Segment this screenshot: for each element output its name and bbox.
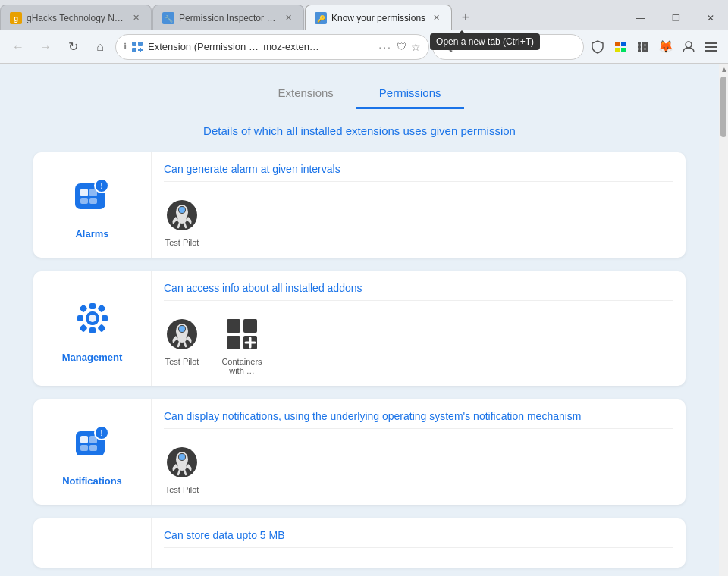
notifications-title: Can display notifications, using the und… (164, 410, 673, 429)
svg-rect-6 (132, 42, 136, 46)
svg-rect-43 (77, 315, 83, 321)
forward-icon: → (39, 40, 52, 54)
toolbar-apps-icon[interactable] (632, 36, 654, 58)
svg-text:🔑: 🔑 (317, 14, 326, 23)
notifications-extensions: Test Pilot (164, 438, 673, 494)
tab-extensions[interactable]: Extensions (255, 79, 356, 109)
test-pilot-label-notifications: Test Pilot (165, 485, 199, 494)
test-pilot-icon-management (164, 316, 200, 352)
svg-point-37 (179, 207, 185, 213)
management-body: Can access info about all installed addo… (151, 271, 686, 386)
permission-card-notifications: ! Notifications Can display notification… (33, 399, 686, 505)
tab-close-pi[interactable]: ✕ (282, 12, 294, 24)
svg-rect-44 (97, 304, 105, 312)
home-button[interactable]: ⌂ (88, 35, 112, 59)
svg-point-38 (177, 216, 187, 224)
scroll-up-button[interactable]: ▲ (719, 64, 728, 75)
back-button[interactable]: ← (6, 35, 30, 59)
test-pilot-label-management: Test Pilot (165, 357, 199, 366)
toolbar-logo-icon[interactable]: 🦊 (655, 36, 676, 58)
notifications-icon-section: ! Notifications (33, 399, 151, 505)
toolbar-shield-icon[interactable] (587, 36, 608, 58)
svg-rect-65 (89, 445, 97, 451)
maximize-icon: ❐ (672, 13, 680, 23)
close-button[interactable]: ✕ (693, 6, 728, 30)
svg-rect-41 (89, 327, 96, 333)
svg-rect-40 (89, 303, 96, 309)
ext-test-pilot-alarms[interactable]: Test Pilot (164, 197, 200, 247)
svg-rect-18 (645, 45, 648, 49)
tab-permission-inspector[interactable]: 🔧 Permission Inspector – Get this ✕ (152, 5, 304, 30)
bookmark-icon[interactable]: ☆ (411, 41, 421, 53)
svg-point-72 (177, 463, 187, 471)
address-bar[interactable]: ℹ Extension (Permission Inspector) moz-e… (115, 34, 429, 60)
containers-icon (224, 316, 260, 352)
svg-rect-9 (615, 42, 620, 46)
forward-button[interactable]: → (33, 35, 58, 59)
page-scroll[interactable]: Extensions Permissions Details of which … (0, 64, 719, 576)
tab-favicon-kp: 🔑 (315, 12, 327, 24)
ext-containers[interactable]: Containers with … (215, 316, 268, 375)
plus-icon: + (462, 10, 470, 26)
svg-rect-62 (80, 436, 88, 443)
scrollbar-thumb[interactable] (720, 77, 726, 137)
permission-card-storage: Can store data upto 5 MB (33, 518, 686, 568)
home-icon: ⌂ (96, 40, 104, 54)
svg-text:!: ! (100, 428, 103, 437)
tab-close-ghacks[interactable]: ✕ (130, 12, 142, 24)
page-inner: Extensions Permissions Details of which … (11, 64, 708, 576)
page-subtitle: Details of which all installed extension… (33, 124, 686, 137)
toolbar-menu-icon[interactable] (701, 36, 722, 58)
svg-point-49 (89, 315, 96, 322)
notifications-label: Notifications (62, 475, 122, 487)
more-options-icon[interactable]: ··· (378, 41, 392, 53)
new-tab-button[interactable]: + Open a new tab (Ctrl+T) (453, 5, 479, 30)
alarms-icon-section: ! Alarms (33, 152, 151, 258)
address-url: moz-exten… (263, 41, 374, 52)
address-protocol: Extension (Permission Inspector) (148, 41, 259, 52)
maximize-button[interactable]: ❐ (658, 6, 693, 30)
minimize-icon: — (636, 13, 645, 23)
toolbar-icons: 🦊 (587, 36, 722, 58)
svg-point-71 (179, 454, 185, 460)
browser-frame: g gHacks Technology News ✕ 🔧 Permission … (0, 0, 728, 576)
svg-rect-45 (79, 304, 87, 312)
svg-text:g: g (14, 14, 18, 23)
notifications-icon: ! (68, 418, 117, 469)
test-pilot-icon-notifications (164, 444, 200, 481)
ext-test-pilot-notifications[interactable]: Test Pilot (164, 444, 200, 494)
alarms-body: Can generate alarm at given intervals (151, 152, 686, 258)
toolbar-account-icon[interactable] (678, 36, 699, 58)
storage-title: Can store data upto 5 MB (164, 529, 673, 548)
svg-rect-47 (79, 324, 87, 332)
storage-body: Can store data upto 5 MB (151, 518, 686, 568)
management-label: Management (62, 352, 122, 363)
alarms-icon: ! (68, 171, 117, 222)
svg-rect-16 (638, 45, 641, 49)
svg-rect-7 (138, 42, 143, 46)
tab-permissions[interactable]: Permissions (356, 79, 464, 109)
svg-rect-21 (645, 49, 648, 52)
minimize-button[interactable]: — (623, 6, 658, 30)
alarms-title: Can generate alarm at given intervals (164, 163, 673, 182)
management-extensions: Test Pilot (164, 310, 673, 375)
svg-rect-42 (102, 315, 108, 321)
tab-favicon-ghacks: g (10, 12, 22, 24)
tab-ghacks[interactable]: g gHacks Technology News ✕ (0, 5, 152, 30)
tab-know-permissions[interactable]: 🔑 Know your permissions ✕ (305, 5, 452, 30)
nav-bar: ← → ↻ ⌂ ℹ Extension (Permission Inspecto… (0, 30, 728, 64)
svg-rect-15 (645, 42, 648, 45)
ext-test-pilot-management[interactable]: Test Pilot (164, 316, 200, 375)
svg-rect-20 (642, 49, 645, 52)
reload-icon: ↻ (68, 39, 78, 54)
svg-rect-12 (621, 48, 626, 52)
svg-rect-17 (642, 45, 645, 49)
svg-rect-10 (621, 42, 626, 46)
management-title: Can access info about all installed addo… (164, 282, 673, 301)
toolbar-grid-icon[interactable] (610, 36, 631, 58)
tab-close-kp[interactable]: ✕ (430, 12, 442, 24)
management-icon-section: Management (33, 271, 151, 386)
svg-text:🔧: 🔧 (165, 14, 174, 23)
reload-button[interactable]: ↻ (61, 35, 85, 59)
scrollbar-track: ▲ (719, 64, 728, 576)
